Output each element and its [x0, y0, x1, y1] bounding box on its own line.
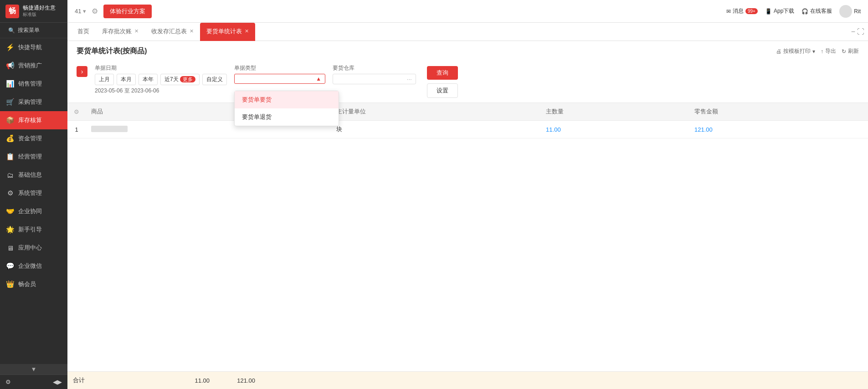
tab-receive-summary[interactable]: 收发存汇总表 ✕	[145, 23, 200, 41]
filter-date-row: 上月 本月 本年 近7天 更多 自定义	[95, 74, 227, 85]
filter-date-last-month[interactable]: 上月	[95, 74, 114, 85]
filter-date-this-month[interactable]: 本月	[117, 74, 136, 85]
cell-amount[interactable]: 121.00	[689, 121, 868, 138]
cell-qty[interactable]: 11.00	[540, 121, 689, 138]
topbar: 41 ▾ ⚙ 体验行业方案 ✉ 消息 99+ 📱 App下载 🎧 在线客服 R	[67, 0, 868, 23]
filter-more-tag[interactable]: 更多	[180, 76, 195, 82]
filter-action-btns: 查询 设置	[427, 64, 458, 98]
footer-amount: 121.00	[228, 377, 255, 384]
filter-date-group: 单据日期 上月 本月 本年 近7天 更多 自定义 2023-05-06 至 20…	[95, 64, 227, 95]
message-btn[interactable]: ✉ 消息 99+	[726, 7, 758, 15]
filter-date-this-year[interactable]: 本年	[139, 74, 158, 85]
sidebar-item-sales[interactable]: 📊 销售管理	[0, 75, 67, 93]
col-qty: 主数量	[540, 103, 689, 121]
filter-expand-btn[interactable]: ›	[77, 66, 87, 77]
sidebar-collapse-icon[interactable]: ◀▶	[53, 379, 62, 385]
filter-date-7days[interactable]: 近7天 更多	[160, 74, 200, 85]
sidebar-item-vip[interactable]: 👑 畅会员	[0, 275, 67, 293]
tab-minimize-btn[interactable]: −	[851, 28, 855, 36]
sidebar-item-app-center[interactable]: 🖥 应用中心	[0, 239, 67, 257]
tab-close-receive-summary[interactable]: ✕	[190, 28, 194, 34]
tab-close-order-stats[interactable]: ✕	[245, 28, 249, 34]
table-footer: 合计 11.00 121.00	[67, 371, 868, 389]
sidebar-scroll-down[interactable]: ▼	[0, 364, 67, 374]
user-area[interactable]: Rit	[839, 5, 861, 18]
topbar-right: ✉ 消息 99+ 📱 App下载 🎧 在线客服 Rit	[726, 5, 861, 18]
refresh-btn[interactable]: ↻ 刷新	[842, 47, 859, 55]
query-btn[interactable]: 查询	[427, 66, 458, 80]
online-service-btn[interactable]: 🎧 在线客服	[801, 7, 832, 15]
sidebar-item-system[interactable]: ⚙ 系统管理	[0, 184, 67, 202]
sidebar-bottom: ⚙ ◀▶	[0, 374, 67, 389]
sidebar-item-basic[interactable]: 🗂 基础信息	[0, 166, 67, 184]
set-btn[interactable]: 设置	[427, 83, 458, 98]
page-content: 要货单统计表(按商品) 🖨 按模板打印 ▾ ↑ 导出 ↻ 刷新 ›	[67, 41, 868, 389]
filter-warehouse-group: 要货仓库 ···	[333, 64, 416, 84]
sidebar-item-quick-nav[interactable]: ⚡ 快捷导航	[0, 38, 67, 56]
topbar-gear-icon[interactable]: ⚙	[92, 7, 98, 15]
sidebar-search[interactable]: 🔍 搜索菜单	[0, 23, 67, 38]
print-btn[interactable]: 🖨 按模板打印 ▾	[776, 47, 815, 55]
sidebar-logo: 畅 畅捷通好生意 标准版	[0, 0, 67, 23]
main-area: 41 ▾ ⚙ 体验行业方案 ✉ 消息 99+ 📱 App下载 🎧 在线客服 R	[67, 0, 868, 389]
sidebar-item-wechat[interactable]: 💬 企业微信	[0, 257, 67, 275]
sidebar-item-marketing[interactable]: 📢 营销推广	[0, 56, 67, 75]
filter-type-field[interactable]	[238, 76, 314, 82]
sidebar-item-finance[interactable]: 💰 资金管理	[0, 129, 67, 148]
logo-icon: 畅	[5, 5, 19, 18]
sidebar-item-inventory[interactable]: 📦 库存核算	[0, 111, 67, 129]
sidebar-item-purchase[interactable]: 🛒 采购管理	[0, 93, 67, 111]
sidebar-item-guide[interactable]: 🌟 新手引导	[0, 220, 67, 239]
filter-type-input[interactable]: ▲	[234, 74, 325, 84]
app-center-icon: 🖥	[5, 243, 15, 252]
tab-close-inventory-batch[interactable]: ✕	[134, 28, 139, 34]
trial-btn[interactable]: 体验行业方案	[103, 5, 152, 18]
marketing-icon: 📢	[5, 61, 15, 70]
print-dropdown-icon: ▾	[812, 48, 815, 55]
message-badge: 99+	[745, 8, 758, 14]
col-unit: 主计量单位	[331, 103, 540, 121]
topbar-left: 41 ▾ ⚙ 体验行业方案	[75, 5, 152, 18]
dropdown-item-order-return[interactable]: 要货单退货	[235, 108, 339, 126]
dropdown-item-order-goods[interactable]: 要货单要货	[235, 91, 339, 108]
cell-index: 1	[67, 121, 86, 138]
filter-date-custom[interactable]: 自定义	[202, 74, 227, 85]
phone-icon: 📱	[765, 8, 772, 15]
tab-bar-end: − ⛶	[851, 28, 864, 36]
filter-warehouse-label: 要货仓库	[333, 64, 416, 72]
footer-qty: 11.00	[182, 377, 210, 384]
print-icon: 🖨	[776, 48, 781, 55]
finance-icon: 💰	[5, 134, 15, 143]
sidebar-item-enterprise[interactable]: 🤝 企业协同	[0, 202, 67, 220]
sidebar: 畅 畅捷通好生意 标准版 🔍 搜索菜单 ⚡ 快捷导航 📢 营销推广 📊 销售管理…	[0, 0, 67, 389]
col-amount: 零售金额	[689, 103, 868, 121]
cell-unit: 块	[331, 121, 540, 138]
tab-fullscreen-btn[interactable]: ⛶	[857, 28, 864, 36]
basic-icon: 🗂	[5, 170, 15, 179]
filter-warehouse-more-icon[interactable]: ···	[407, 76, 412, 82]
search-icon: 🔍	[8, 27, 15, 34]
tab-home[interactable]: 首页	[71, 23, 96, 41]
sidebar-menu: ⚡ 快捷导航 📢 营销推广 📊 销售管理 🛒 采购管理 📦 库存核算 💰 资金管…	[0, 38, 67, 364]
filter-warehouse-field[interactable]	[337, 76, 405, 82]
topbar-tab-dropdown-icon[interactable]: ▾	[83, 8, 86, 15]
filter-warehouse-input[interactable]: ···	[333, 74, 416, 84]
message-icon: ✉	[726, 8, 731, 15]
sidebar-settings-icon[interactable]: ⚙	[5, 379, 11, 385]
user-avatar	[839, 5, 852, 18]
export-icon: ↑	[821, 48, 823, 55]
tab-order-stats[interactable]: 要货单统计表 ✕	[200, 23, 255, 41]
headset-icon: 🎧	[801, 8, 808, 15]
page-header: 要货单统计表(按商品) 🖨 按模板打印 ▾ ↑ 导出 ↻ 刷新	[67, 41, 868, 60]
refresh-icon: ↻	[842, 48, 846, 55]
export-btn[interactable]: ↑ 导出	[821, 47, 836, 55]
app-download-btn[interactable]: 📱 App下载	[765, 7, 794, 15]
wechat-icon: 💬	[5, 261, 15, 271]
vip-icon: 👑	[5, 280, 15, 289]
sidebar-item-operations[interactable]: 📋 经营管理	[0, 148, 67, 166]
col-gear[interactable]: ⚙	[67, 103, 86, 121]
tab-inventory-batch[interactable]: 库存批次账 ✕	[96, 23, 145, 41]
quick-nav-icon: ⚡	[5, 43, 15, 52]
footer-label: 合计	[73, 376, 164, 384]
filter-type-arrow-icon[interactable]: ▲	[316, 76, 321, 82]
